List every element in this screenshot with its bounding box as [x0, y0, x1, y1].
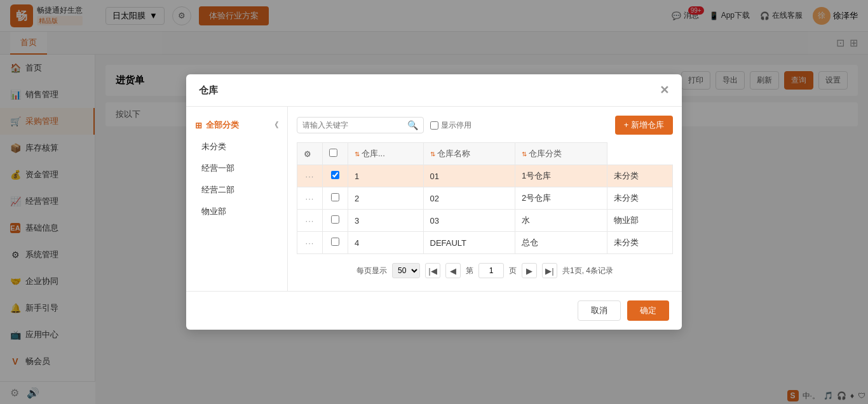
row-code: 03 — [423, 210, 515, 232]
row-check-cell — [323, 165, 348, 187]
search-input[interactable] — [302, 121, 407, 130]
prev-page-button[interactable]: ◀ — [445, 263, 461, 278]
category-item-property[interactable]: 物业部 — [186, 201, 287, 222]
row-name: 总仓 — [515, 232, 607, 254]
per-page-select[interactable]: 50 — [392, 263, 420, 278]
category-item-ops2[interactable]: 经营二部 — [186, 179, 287, 201]
th-warehouse-category: ⇅ 仓库分类 — [515, 143, 607, 165]
row-name: 水 — [515, 210, 607, 232]
next-page-button[interactable]: ▶ — [522, 263, 537, 278]
table-row[interactable]: ··· 3 03 水 物业部 — [297, 210, 673, 232]
table-row[interactable]: ··· 2 02 2号仓库 未分类 — [297, 187, 673, 210]
row-checkbox[interactable] — [331, 171, 339, 179]
last-page-button[interactable]: ▶| — [542, 263, 557, 278]
row-num-cell: 2 — [348, 187, 424, 210]
row-code: 02 — [423, 187, 515, 210]
row-category: 未分类 — [607, 165, 672, 187]
add-warehouse-button[interactable]: + 新增仓库 — [615, 116, 673, 135]
collapse-icon[interactable]: 《 — [271, 120, 278, 131]
row-check-cell — [323, 187, 348, 210]
row-ellipsis-button[interactable]: ··· — [306, 172, 315, 181]
row-name: 2号仓库 — [515, 187, 607, 210]
all-category-label: 全部分类 — [206, 119, 239, 131]
th-warehouse-name: ⇅ 仓库名称 — [423, 143, 515, 165]
row-actions: ··· — [297, 210, 323, 232]
page-number-input[interactable] — [478, 263, 504, 278]
row-ellipsis-button[interactable]: ··· — [306, 216, 315, 226]
row-checkbox[interactable] — [331, 215, 339, 224]
total-info: 共1页, 4条记录 — [562, 266, 613, 276]
row-checkbox[interactable] — [331, 238, 339, 246]
category-panel: ⊞ 全部分类 《 未分类 经营一部 经营二部 物业部 — [186, 107, 288, 291]
warehouse-table: ⚙ ⇅ 仓库... ⇅ 仓库名称 — [297, 142, 673, 254]
row-ellipsis-button[interactable]: ··· — [306, 238, 315, 248]
sort-icon-name: ⇅ — [430, 151, 435, 158]
row-ellipsis-button[interactable]: ··· — [306, 194, 315, 203]
row-check-cell — [323, 232, 348, 254]
row-category: 未分类 — [607, 187, 672, 210]
cancel-button[interactable]: 取消 — [578, 300, 621, 321]
sort-icon-code: ⇅ — [355, 151, 360, 158]
sort-icon-cat: ⇅ — [522, 151, 527, 158]
modal-body: ⊞ 全部分类 《 未分类 经营一部 经营二部 物业部 🔍 — [186, 107, 682, 291]
select-all-checkbox[interactable] — [329, 149, 337, 157]
row-checkbox[interactable] — [331, 193, 339, 201]
search-input-wrap: 🔍 — [297, 117, 424, 133]
row-actions: ··· — [297, 232, 323, 254]
row-num-cell: 4 — [348, 232, 424, 254]
row-check-cell — [323, 210, 348, 232]
row-num-cell: 1 — [348, 165, 424, 187]
warehouse-modal: 仓库 ✕ ⊞ 全部分类 《 未分类 经营一部 经营二部 物业部 — [186, 74, 682, 330]
grid-icon: ⊞ — [195, 121, 202, 130]
search-icon[interactable]: 🔍 — [407, 120, 418, 130]
row-code: 01 — [423, 165, 515, 187]
category-item-unclassified[interactable]: 未分类 — [186, 136, 287, 158]
row-num-cell: 3 — [348, 210, 424, 232]
table-row[interactable]: ··· 1 01 1号仓库 未分类 — [297, 165, 673, 187]
table-toolbar: 🔍 显示停用 + 新增仓库 — [297, 116, 673, 135]
th-check — [323, 143, 348, 165]
confirm-button[interactable]: 确定 — [627, 300, 669, 321]
row-category: 未分类 — [607, 232, 672, 254]
table-panel: 🔍 显示停用 + 新增仓库 ⚙ ⇅ 仓库... — [288, 107, 682, 291]
show-disabled-checkbox[interactable] — [430, 121, 438, 130]
th-gear: ⚙ — [297, 143, 323, 165]
modal-close-button[interactable]: ✕ — [660, 83, 669, 97]
row-name: 1号仓库 — [515, 165, 607, 187]
category-all[interactable]: ⊞ 全部分类 《 — [186, 114, 287, 136]
table-body: ··· 1 01 1号仓库 未分类 ··· 2 02 2号仓库 未分类 ··· — [297, 165, 673, 254]
row-category: 物业部 — [607, 210, 672, 232]
modal-footer: 取消 确定 — [186, 291, 682, 330]
modal-header: 仓库 ✕ — [186, 74, 682, 107]
row-code: DEFAULT — [423, 232, 515, 254]
category-item-ops1[interactable]: 经营一部 — [186, 158, 287, 179]
row-actions: ··· — [297, 165, 323, 187]
show-disabled-label: 显示停用 — [430, 120, 471, 131]
table-row[interactable]: ··· 4 DEFAULT 总仓 未分类 — [297, 232, 673, 254]
modal-title: 仓库 — [199, 84, 218, 97]
pagination: 每页显示 50 |◀ ◀ 第 页 ▶ ▶| 共1页, 4条记录 — [297, 254, 673, 282]
first-page-button[interactable]: |◀ — [425, 263, 440, 278]
row-actions: ··· — [297, 187, 323, 210]
th-warehouse-code: ⇅ 仓库... — [348, 143, 424, 165]
